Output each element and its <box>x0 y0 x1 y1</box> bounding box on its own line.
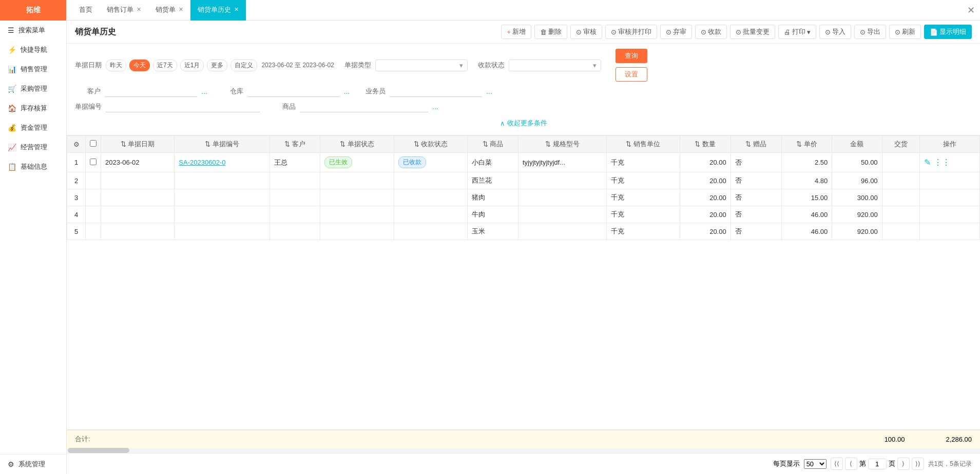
tab-sales-history[interactable]: 销货单历史 ✕ <box>190 0 246 21</box>
date-chip-more[interactable]: 更多 <box>207 60 227 71</box>
sidebar-item-operations[interactable]: 📈 经营管理 <box>0 137 66 157</box>
col-checkbox[interactable] <box>86 136 101 153</box>
select-all-checkbox[interactable] <box>90 140 97 147</box>
tab-sales-goods-label: 销货单 <box>156 5 176 14</box>
edit-icon[interactable]: ✎ <box>924 157 931 167</box>
chevron-up-icon: ∧ <box>500 120 505 127</box>
col-goods[interactable]: ⇅ 商品 <box>468 136 518 153</box>
sidebar-item-system-mgmt[interactable]: ⚙ 系统管理 <box>0 455 66 474</box>
doctype-select[interactable]: ▾ <box>375 60 468 71</box>
col-price[interactable]: ⇅ 单价 <box>781 136 832 153</box>
query-button[interactable]: 查询 <box>616 49 647 63</box>
tab-sales-goods-close[interactable]: ✕ <box>179 6 183 13</box>
row-docno-cell[interactable] <box>175 223 270 240</box>
audit-print-button[interactable]: ⊙ 审核并打印 <box>605 25 657 39</box>
page-input[interactable] <box>868 459 887 469</box>
date-chip-yesterday[interactable]: 昨天 <box>106 60 126 71</box>
row-checkbox[interactable] <box>90 159 97 165</box>
sidebar-item-inventory[interactable]: 🏠 库存核算 <box>0 98 66 118</box>
show-detail-button[interactable]: 📄 显示明细 <box>924 25 972 39</box>
collect-button[interactable]: ⊙ 收款 <box>695 25 727 39</box>
row-docno-cell[interactable] <box>175 189 270 206</box>
row-customer-cell <box>270 206 320 223</box>
warehouse-input[interactable] <box>247 86 340 97</box>
row-docno-cell[interactable] <box>175 206 270 223</box>
col-unit[interactable]: ⇅ 销售单位 <box>606 136 680 153</box>
row-qty-cell: 20.00 <box>680 153 731 172</box>
sidebar-item-label: 采购管理 <box>21 84 47 93</box>
sidebar-item-sales-mgmt[interactable]: 📊 销售管理 <box>0 60 66 79</box>
scrollbar-thumb[interactable] <box>68 448 129 453</box>
import-button[interactable]: ⊙ 导入 <box>819 25 851 39</box>
row-amount-cell: 920.00 <box>832 206 882 223</box>
col-settings[interactable]: ⚙ <box>67 136 86 153</box>
warehouse-more-icon[interactable]: ... <box>344 87 350 95</box>
goods-more-icon[interactable]: ... <box>432 103 438 111</box>
row-docno-cell[interactable] <box>175 172 270 189</box>
table-footer: 合计: 100.00 2,286.00 <box>67 429 980 448</box>
staff-input[interactable] <box>390 86 482 97</box>
row-checkbox-cell[interactable] <box>86 189 101 206</box>
row-checkbox-cell[interactable] <box>86 153 101 172</box>
delete-button[interactable]: 🗑 删除 <box>534 25 567 39</box>
col-docstatus[interactable]: ⇅ 单据状态 <box>320 136 394 153</box>
sidebar-item-quick-nav[interactable]: ⚡ 快捷导航 <box>0 40 66 60</box>
prev-page-button[interactable]: ⟨ <box>845 458 857 470</box>
abandon-button[interactable]: ⊙ 弃审 <box>660 25 692 39</box>
row-customer-cell <box>270 172 320 189</box>
collapse-button[interactable]: ∧ 收起更多条件 <box>75 116 972 130</box>
tab-sales-goods[interactable]: 销货单 ✕ <box>148 0 190 21</box>
customer-input[interactable] <box>105 86 197 97</box>
tab-home[interactable]: 首页 <box>72 0 100 21</box>
row-docno-cell[interactable]: SA-20230602-0 <box>175 153 270 172</box>
date-chip-7days[interactable]: 近7天 <box>153 60 177 71</box>
pagination: 每页显示 50 10 20 100 ⟨⟨ ⟨ 第 页 ⟩ ⟩⟩ 共1页，5条记录 <box>67 453 980 474</box>
paystatus-select[interactable]: ▾ <box>509 60 601 71</box>
audit-button[interactable]: ⊙ 审核 <box>570 25 602 39</box>
staff-more-icon[interactable]: ... <box>486 87 492 95</box>
new-button[interactable]: + 新增 <box>501 25 531 39</box>
first-page-button[interactable]: ⟨⟨ <box>831 458 843 470</box>
col-gift[interactable]: ⇅ 赠品 <box>731 136 781 153</box>
export-button[interactable]: ⊙ 导出 <box>854 25 886 39</box>
last-page-button[interactable]: ⟩⟩ <box>912 458 924 470</box>
col-customer[interactable]: ⇅ 客户 <box>270 136 320 153</box>
row-docno-link[interactable]: SA-20230602-0 <box>179 159 225 166</box>
sidebar-item-label: 快捷导航 <box>21 45 47 54</box>
horizontal-scrollbar[interactable] <box>67 448 980 453</box>
sidebar-item-purchase-mgmt[interactable]: 🛒 采购管理 <box>0 79 66 98</box>
export-icon: ⊙ <box>860 28 866 36</box>
row-checkbox-cell[interactable] <box>86 172 101 189</box>
date-chip-1month[interactable]: 近1月 <box>180 60 204 71</box>
customer-more-icon[interactable]: ... <box>201 87 207 95</box>
tab-sales-order[interactable]: 销售订单 ✕ <box>100 0 148 21</box>
docno-input[interactable] <box>106 101 260 112</box>
tab-sales-history-close[interactable]: ✕ <box>234 6 239 13</box>
page-size-select[interactable]: 50 10 20 100 <box>804 459 827 469</box>
col-date[interactable]: ⇅ 单据日期 <box>101 136 175 153</box>
tab-sales-order-close[interactable]: ✕ <box>137 6 141 13</box>
print-label: 打印 <box>792 27 805 36</box>
date-chip-custom[interactable]: 自定义 <box>230 60 257 71</box>
date-chip-today[interactable]: 今天 <box>129 60 150 71</box>
refresh-button[interactable]: ⊙ 刷新 <box>889 25 921 39</box>
more-icon[interactable]: ⋮⋮ <box>934 157 950 167</box>
filter-row-1: 单据日期 昨天 今天 近7天 近1月 更多 自定义 2023-06-02 至 2… <box>75 49 972 82</box>
date-label: 单据日期 <box>75 61 102 70</box>
sidebar-item-finance[interactable]: 💰 资金管理 <box>0 118 66 137</box>
set-button[interactable]: 设置 <box>616 67 647 82</box>
next-page-button[interactable]: ⟩ <box>897 458 910 470</box>
col-qty[interactable]: ⇅ 数量 <box>680 136 731 153</box>
print-button[interactable]: 🖨 打印 ▾ <box>778 25 816 39</box>
tab-close-all[interactable]: ✕ <box>967 5 975 16</box>
row-checkbox-cell[interactable] <box>86 223 101 240</box>
goods-input[interactable] <box>300 101 428 112</box>
sidebar-item-basic-info[interactable]: 📋 基础信息 <box>0 157 66 176</box>
col-spec[interactable]: ⇅ 规格型号 <box>518 136 606 153</box>
col-docno[interactable]: ⇅ 单据编号 <box>175 136 270 153</box>
row-checkbox-cell[interactable] <box>86 206 101 223</box>
sidebar-item-search-menu[interactable]: ☰ 搜索菜单 <box>0 21 66 40</box>
data-table: ⚙ ⇅ 单据日期 ⇅ 单据编号 ⇅ 客户 ⇅ 单据状态 ⇅ 收款状态 ⇅ 商品 … <box>67 135 980 240</box>
col-paystatus[interactable]: ⇅ 收款状态 <box>394 136 467 153</box>
batch-change-button[interactable]: ⊙ 批量变更 <box>730 25 775 39</box>
